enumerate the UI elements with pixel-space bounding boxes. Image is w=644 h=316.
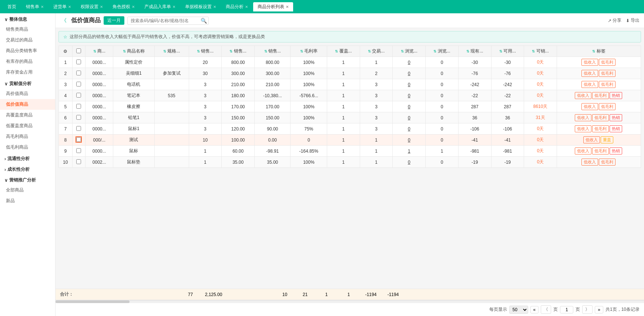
search-input[interactable] [127, 17, 209, 25]
sidebar-item-traded-products[interactable]: 交易过的商品 [0, 35, 55, 45]
row-checkbox[interactable] [76, 137, 81, 142]
browse1-link[interactable]: 0 [408, 93, 410, 98]
browse1-link[interactable]: 0 [408, 115, 410, 120]
next-page-button[interactable]: 〉 [582, 305, 593, 314]
td-browse1[interactable]: 0 [393, 135, 426, 146]
nav-purchase-close[interactable]: ✕ [68, 5, 71, 9]
page-input[interactable] [560, 306, 573, 313]
td-checkbox[interactable] [72, 68, 85, 79]
sidebar-collapse-button[interactable]: 《 [60, 17, 68, 24]
sidebar-item-high-value[interactable]: 高价值商品 [0, 88, 55, 99]
row-checkbox[interactable] [76, 148, 81, 153]
nav-analysis-list[interactable]: 商品分析列表 ✕ [253, 2, 293, 11]
sidebar-item-stock-products[interactable]: 有库存的商品 [0, 56, 55, 67]
nav-salesorder[interactable]: 销售单 ✕ [21, 2, 48, 11]
sidebar-group-contribution[interactable]: ∨ 贡献值分析 [0, 78, 55, 88]
th-name[interactable]: ⇅ 商品名称 [113, 46, 155, 57]
td-browse1[interactable]: 0 [393, 157, 426, 168]
sidebar-item-high-coverage[interactable]: 高覆盖度商品 [0, 110, 55, 120]
nav-analysis[interactable]: 商品分析 ✕ [221, 2, 252, 11]
td-checkbox[interactable] [72, 101, 85, 112]
sidebar-item-low-value[interactable]: 低价值商品 [0, 99, 55, 110]
td-checkbox[interactable] [72, 123, 85, 135]
sidebar-item-all-products[interactable]: 全部商品 [0, 185, 55, 196]
export-button[interactable]: ⬇ 导出 [626, 17, 640, 24]
td-browse1[interactable]: 0 [393, 79, 426, 90]
td-checkbox[interactable] [72, 90, 85, 101]
sidebar-item-low-margin[interactable]: 低毛利商品 [0, 142, 55, 153]
sidebar-item-new-products[interactable]: 新品 [0, 196, 55, 206]
sidebar-group-growth[interactable]: › 成长性分析 [0, 163, 55, 174]
th-qty[interactable]: ⇅ 销售... [189, 46, 222, 57]
browse1-link[interactable]: 0 [408, 71, 410, 76]
td-browse1[interactable]: 0 [393, 90, 426, 101]
sidebar-item-high-margin[interactable]: 高毛利商品 [0, 131, 55, 142]
th-code[interactable]: ⇅ 商... [85, 46, 113, 57]
row-checkbox[interactable] [76, 71, 81, 75]
td-browse1[interactable]: 0 [393, 101, 426, 112]
th-browse2[interactable]: ⇅ 浏览... [426, 46, 459, 57]
table-wrapper[interactable]: ⚙ ⇅ 商... ⇅ 商品名称 ⇅ 规格... ⇅ 销售... ⇅ 销售... … [56, 45, 644, 289]
row-checkbox[interactable] [76, 126, 81, 131]
th-current[interactable]: ⇅ 现有... [458, 46, 491, 57]
nav-purchase[interactable]: 进货单 ✕ [49, 2, 76, 11]
sidebar-item-sales-products[interactable]: 销售类商品 [0, 24, 55, 35]
browse1-link[interactable]: 0 [408, 104, 410, 109]
td-checkbox[interactable] [72, 135, 85, 146]
nav-home[interactable]: 首页 [3, 2, 21, 11]
th-spec[interactable]: ⇅ 规格... [154, 46, 189, 57]
row-checkbox[interactable] [76, 159, 81, 164]
nav-permission-close[interactable]: ✕ [100, 5, 103, 9]
td-browse1[interactable]: 0 [393, 112, 426, 123]
sidebar-item-low-coverage[interactable]: 低覆盖度商品 [0, 120, 55, 131]
td-checkbox[interactable] [72, 57, 85, 68]
nav-roleauth-close[interactable]: ✕ [132, 5, 135, 9]
row-checkbox[interactable] [76, 60, 81, 64]
th-profit[interactable]: ⇅ 毛利率 [291, 46, 327, 57]
browse1-link[interactable]: 0 [408, 126, 410, 132]
th-available[interactable]: ⇅ 可用... [491, 46, 524, 57]
sidebar-group-overview[interactable]: ∨ 整体信息 [0, 13, 55, 24]
th-coverage[interactable]: ⇅ 覆盖... [327, 46, 360, 57]
scrollbar-thumb[interactable] [56, 300, 130, 303]
horizontal-scrollbar[interactable] [56, 300, 644, 303]
row-checkbox[interactable] [76, 104, 81, 109]
th-trade[interactable]: ⇅ 交易... [360, 46, 393, 57]
nav-prodstock-close[interactable]: ✕ [172, 5, 175, 9]
td-browse1[interactable]: 1 [393, 146, 426, 157]
nav-analysis-list-close[interactable]: ✕ [286, 5, 289, 9]
td-checkbox[interactable] [72, 157, 85, 168]
row-checkbox[interactable] [76, 82, 81, 86]
th-sales1[interactable]: ⇅ 销售... [222, 46, 255, 57]
first-page-button[interactable]: « [530, 306, 539, 313]
sidebar-item-category-rate[interactable]: 商品分类销售率 [0, 45, 55, 56]
sidebar-group-marketing[interactable]: ∨ 营销推广分析 [0, 174, 55, 185]
browse1-link[interactable]: 0 [408, 160, 410, 165]
select-all-checkbox[interactable] [76, 48, 81, 53]
page-size-select[interactable]: 20 50 100 [509, 306, 528, 314]
th-settings[interactable]: ⚙ [59, 46, 73, 57]
nav-prodstock[interactable]: 产成品入库单 ✕ [140, 2, 180, 11]
td-checkbox[interactable] [72, 112, 85, 123]
nav-template-close[interactable]: ✕ [213, 5, 216, 9]
th-sales2[interactable]: ⇅ 销售... [255, 46, 291, 57]
browse1-link[interactable]: 0 [408, 137, 410, 143]
sidebar-group-liquidity[interactable]: › 流通性分析 [0, 153, 55, 163]
nav-salesorder-close[interactable]: ✕ [41, 5, 44, 9]
th-checkbox[interactable] [72, 46, 85, 57]
td-browse1[interactable]: 0 [393, 123, 426, 135]
td-browse1[interactable]: 0 [393, 68, 426, 79]
th-browse1[interactable]: ⇅ 浏览... [393, 46, 426, 57]
td-checkbox[interactable] [72, 146, 85, 157]
sidebar-item-stock-capital[interactable]: 库存资金占用 [0, 67, 55, 78]
last-page-button[interactable]: » [595, 306, 603, 313]
th-sellable[interactable]: ⇅ 可销... [524, 46, 557, 57]
nav-template[interactable]: 单据模板设置 ✕ [181, 2, 221, 11]
row-checkbox[interactable] [76, 93, 81, 98]
nav-roleauth[interactable]: 角色授权 ✕ [108, 2, 139, 11]
td-checkbox[interactable] [72, 79, 85, 90]
nav-analysis-close[interactable]: ✕ [245, 5, 248, 9]
prev-page-button[interactable]: 〈 [541, 305, 551, 314]
date-filter-button[interactable]: 近一月 [104, 16, 124, 25]
browse1-link[interactable]: 0 [408, 82, 410, 87]
